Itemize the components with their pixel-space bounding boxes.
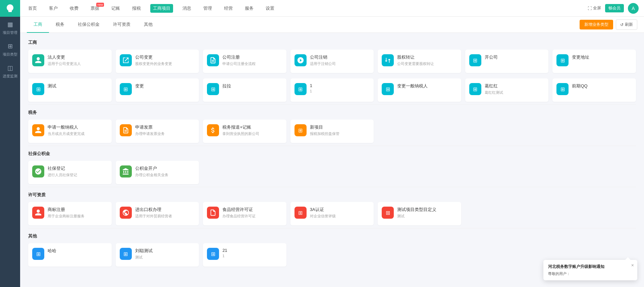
section-shuiwu: 税务 申请一般纳税人 当月或次月成变更完成 [28, 110, 636, 143]
test-project-type-title: 测试项目类型目定义 [397, 207, 457, 213]
fullscreen-btn[interactable]: ⛶ 全屏 [588, 5, 601, 11]
card-num21[interactable]: ⊞ 21 1 [203, 243, 286, 267]
test-project-type-desc: 测试 [397, 214, 457, 219]
trademark-icon [32, 207, 44, 219]
section-xuke-title: 许可资质 [28, 192, 636, 198]
card-equity-transfer[interactable]: 股权转让 公司变更需要股权转让 [378, 50, 461, 73]
sidebar-item-progress-monitor[interactable]: ◫ 进度监测 [0, 60, 20, 82]
fund-account-title: 公积金开户 [135, 165, 195, 171]
gongshang-cards-row1: 法人变更 适用于公司变更法人 公司变更 股权变更外的业务变更 [28, 50, 636, 73]
sidebar-logo[interactable] [0, 0, 20, 17]
card-haha[interactable]: ⊞ 哈哈 [28, 243, 112, 267]
sidebar-item-project-type[interactable]: ⊞ 项目类型 [0, 39, 20, 60]
card-change-taxpayer[interactable]: ⊞ 变更一般纳税人 [378, 78, 461, 102]
card-change-address[interactable]: ⊞ 变更地址 [552, 50, 636, 73]
company-register-text: 公司注册 申请公司注册全流程 [222, 54, 282, 66]
equity-transfer-desc: 公司变更需要股权转让 [397, 61, 457, 66]
divider-1 [28, 104, 636, 105]
card-liu-test[interactable]: ⊞ 刘聪测试 测试 [116, 243, 199, 267]
section-gongshang: 工商 法人变更 适用于公司变更法人 [28, 40, 636, 102]
haha-icon: ⊞ [32, 248, 44, 260]
card-change1[interactable]: ⊞ 变更 [116, 78, 199, 102]
card-tax-report[interactable]: 税务报道+记账 拿到营业执照的新公司 [203, 120, 286, 143]
refresh-button[interactable]: ↺ 刷新 [616, 19, 637, 30]
open-company-title: 开公司 [485, 54, 545, 60]
card-company-change[interactable]: 公司变更 股权变更外的业务变更 [116, 50, 199, 73]
card-lala[interactable]: ⊞ 拉拉 [203, 78, 286, 102]
divider-3 [28, 187, 636, 187]
shuiwu-cards: 申请一般纳税人 当月或次月成变更完成 申请发票 办理申请发票业务 [28, 120, 636, 143]
card-prev-qq[interactable]: ⊞ 前期QQ [552, 78, 636, 102]
test1-title: 测试 [48, 83, 108, 89]
card-3a-cert[interactable]: ⊞ 3A认证 对企业信誉评级 [290, 202, 374, 225]
apply-invoice-title: 申请发票 [135, 124, 195, 130]
divider-4 [28, 228, 636, 228]
card-new-project[interactable]: ⊞ 新项目 报税加税控盘保管 [290, 120, 374, 143]
nav-operation[interactable]: 经营 [221, 4, 235, 13]
nav-home[interactable]: 首页 [25, 4, 40, 13]
divider-2 [28, 146, 636, 146]
company-register-desc: 申请公司注册全流程 [222, 61, 282, 66]
tab-other[interactable]: 其他 [137, 17, 159, 33]
open-company-text: 开公司 [485, 54, 545, 61]
card-test1[interactable]: ⊞ 测试 [28, 78, 112, 102]
nav-accounting[interactable]: 记账 [109, 4, 123, 13]
nav-invoice[interactable]: 票据 new [88, 4, 102, 13]
card-food-permit[interactable]: 食品经营许可证 办理食品经营许可证 [203, 202, 286, 225]
section-gongshang-title: 工商 [28, 40, 636, 46]
notification-title: 河北税务数字账户升级影响通知 [548, 264, 633, 270]
section-shebao-title: 社保公积金 [28, 151, 636, 157]
ge-honghong-title: 葛红红 [485, 83, 545, 89]
tab-xuke[interactable]: 许可资质 [106, 17, 137, 33]
ge-honghong-desc: 葛红红测试 [485, 90, 545, 95]
avatar[interactable]: A [628, 3, 639, 14]
lala-title: 拉拉 [222, 83, 282, 89]
nav-collect[interactable]: 收费 [67, 4, 81, 13]
equity-transfer-title: 股权转让 [397, 54, 457, 60]
topnav: 首页 客户 收费 票据 new 记账 报税 工商项目 消息 管理 经营 服务 设… [20, 0, 644, 17]
card-social-register[interactable]: 社保登记 进行人员社保登记 [28, 161, 112, 184]
legal-change-icon [32, 54, 44, 66]
card-import-export[interactable]: 进出口权办理 适用于对外贸易经营者 [116, 202, 199, 225]
card-apply-taxpayer[interactable]: 申请一般纳税人 当月或次月成变更完成 [28, 120, 112, 143]
apply-invoice-desc: 办理申请发票业务 [135, 131, 195, 136]
nav-service[interactable]: 服务 [242, 4, 256, 13]
nav-business[interactable]: 工商项目 [150, 4, 173, 13]
notification-close-btn[interactable]: × [631, 263, 634, 268]
tab-shebao[interactable]: 社保公积金 [71, 17, 106, 33]
company-change-title: 公司变更 [135, 54, 195, 60]
add-business-type-button[interactable]: 新增业务类型 [580, 20, 613, 29]
card-fund-account[interactable]: 公积金开户 办理公积金相关业务 [116, 161, 199, 184]
sidebar-item-project-mgmt[interactable]: ▦ 项目管理 [0, 17, 20, 39]
nav-customer[interactable]: 客户 [46, 4, 60, 13]
nav-message[interactable]: 消息 [180, 4, 194, 13]
topnav-right: ⛶ 全屏 畅会员 A [588, 3, 639, 14]
social-register-icon [32, 165, 44, 177]
fund-account-desc: 办理公积金相关业务 [135, 172, 195, 177]
card-company-cancel[interactable]: 公司注销 适用于注销公司 [290, 50, 374, 73]
section-shuiwu-title: 税务 [28, 110, 636, 116]
progress-monitor-icon: ◫ [5, 64, 15, 72]
tab-shuiwu[interactable]: 税务 [49, 17, 71, 33]
card-legal-change[interactable]: 法人变更 适用于公司变更法人 [28, 50, 112, 73]
card-ge-honghong[interactable]: ⊞ 葛红红 葛红红测试 [465, 78, 549, 102]
card-num1[interactable]: ⊞ 1 1 [290, 78, 374, 102]
food-permit-desc: 办理食品经营许可证 [222, 214, 282, 219]
card-company-register[interactable]: 公司注册 申请公司注册全流程 [203, 50, 286, 73]
nav-settings[interactable]: 设置 [263, 4, 277, 13]
tab-gongshang[interactable]: 工商 [27, 17, 49, 33]
equity-transfer-text: 股权转让 公司变更需要股权转让 [397, 54, 457, 66]
card-test-project-type[interactable]: ⊞ 测试项目类型目定义 测试 [378, 202, 461, 225]
company-change-desc: 股权变更外的业务变更 [135, 61, 195, 66]
tab-bar-actions: 新增业务类型 ↺ 刷新 [580, 19, 637, 30]
xuke-cards: 商标注册 用于企业商标注册服务 进出口权办理 适用于对外贸易经营者 [28, 202, 636, 225]
nav-tax[interactable]: 报税 [129, 4, 144, 13]
legal-change-desc: 适用于公司变更法人 [48, 61, 108, 66]
card-apply-invoice[interactable]: 申请发票 办理申请发票业务 [116, 120, 199, 143]
card-open-company[interactable]: ⊞ 开公司 [465, 50, 549, 73]
card-trademark[interactable]: 商标注册 用于企业商标注册服务 [28, 202, 112, 225]
company-cancel-icon [294, 54, 307, 66]
nav-manage[interactable]: 管理 [201, 4, 215, 13]
num1-desc: 1 [310, 89, 370, 93]
member-button[interactable]: 畅会员 [605, 4, 624, 12]
